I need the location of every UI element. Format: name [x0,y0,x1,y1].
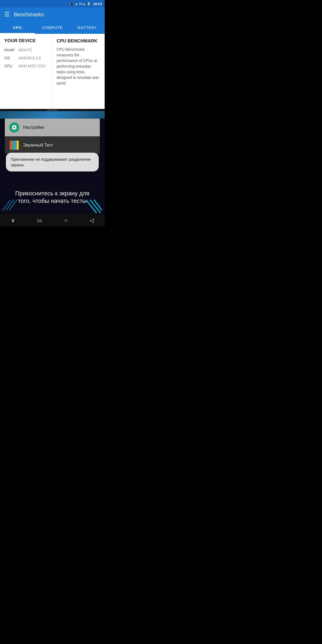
signal-icon: 4G▲ [79,2,86,5]
app-title: Benchmarks [14,12,44,18]
device-row-cpu: CPU ARM MT6 737H [4,64,48,68]
toast-notification: Приложение не поддерживает разделение эк… [6,153,99,171]
device-panel: YOUR DEVICE Model NOA P1 OS Android 8.1.… [0,34,52,109]
nav-back-icon[interactable]: ◁ [90,217,94,224]
toast-text: Приложение не поддерживает разделение эк… [11,157,91,167]
gear-icon [11,125,17,130]
benchmark-panel: CPU BENCHMARK CPU Benchmark measures the… [52,34,105,109]
bg-stripe [0,111,105,119]
nav-bar: ∨ ▭ ○ ◁ [0,214,105,226]
deco-right [86,200,102,213]
bottom-section[interactable]: Приложение демонстрирует возможности экр… [0,111,105,226]
cpu-label: CPU [4,64,16,68]
status-bar: 📳 ▲ 4G▲ 🔋 19:23 [0,0,105,8]
model-label: Model [4,48,16,52]
os-value: Android 8.1.0 [19,56,41,60]
device-panel-title: YOUR DEVICE [4,38,48,43]
app-bar: ☰ Benchmarks [0,8,105,21]
svg-line-5 [94,200,102,210]
color-bars [10,141,19,150]
settings-label: Настройки [23,125,44,130]
benchmark-description: CPU Benchmark measures the performance o… [57,47,100,86]
main-content: YOUR DEVICE Model NOA P1 OS Android 8.1.… [0,34,105,109]
settings-icon [9,122,19,133]
nav-home-icon[interactable]: ○ [64,217,68,224]
context-menu: Настройки Экранный Тест [5,119,100,154]
color-bar-red [10,141,12,150]
tab-cpu[interactable]: CPU [0,21,35,34]
tab-bar: CPU COMPUTE BATTERY [0,21,105,34]
device-row-model: Model NOA P1 [4,48,48,52]
status-icons: 📳 ▲ 4G▲ 🔋 [70,2,90,6]
benchmark-title: CPU BENCHMARK [57,38,100,44]
nav-recent-icon[interactable]: ▭ [37,217,42,224]
deco-left [3,200,19,210]
divider [0,109,105,111]
battery-icon: 🔋 [87,2,91,6]
screentest-icon [9,140,19,150]
os-label: OS [4,56,16,60]
menu-item-settings[interactable]: Настройки [5,119,100,136]
menu-item-screentest[interactable]: Экранный Тест [5,136,100,154]
cpu-value: ARM MT6 737H [19,64,45,68]
tab-compute[interactable]: COMPUTE [35,21,70,34]
status-time: 19:23 [93,2,102,6]
nav-down-icon[interactable]: ∨ [11,217,15,224]
wifi-icon: ▲ [75,2,78,5]
vibrate-icon: 📳 [70,2,74,6]
color-bar-green [12,141,14,150]
color-bar-yellow [17,141,19,150]
touch-start-text: Прикоснитесь к экрану для того, чтобы на… [15,190,89,204]
tab-battery[interactable]: BATTERY [70,21,105,34]
model-value: NOA P1 [19,48,32,52]
color-bar-blue [14,141,17,150]
screentest-label: Экранный Тест [23,143,53,148]
device-row-os: OS Android 8.1.0 [4,56,48,60]
menu-icon[interactable]: ☰ [4,11,10,18]
